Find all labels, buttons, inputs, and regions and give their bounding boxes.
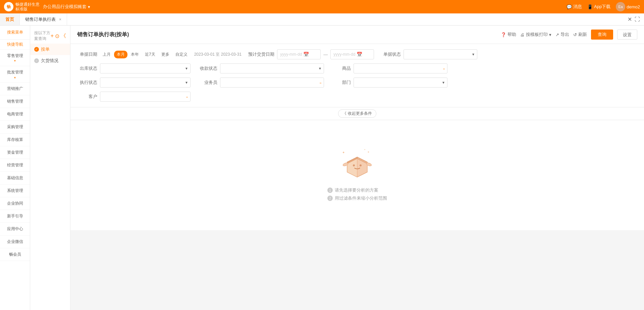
date-tab-thismonth[interactable]: 本月 (114, 51, 127, 58)
print-btn[interactable]: 🖨 按模板打印 ▾ (520, 32, 551, 38)
date-tab-lastmonth[interactable]: 上月 (100, 51, 113, 58)
product-ellipsis-icon[interactable]: ··· (443, 66, 444, 71)
department-chevron-icon: ▾ (442, 80, 444, 85)
delivery-date-end[interactable]: yyyy-mm-dd 📅 (330, 49, 374, 59)
tab-actions: ✕ ⛶ (624, 16, 644, 22)
date-tab-7days[interactable]: 近7天 (142, 51, 158, 58)
main-layout: 搜索菜单 快捷导航 零售管理 批发管理 营销推广 销售管理 电商管理 采购管理 … (0, 25, 644, 310)
print-icon: 🖨 (520, 32, 525, 37)
message-btn[interactable]: 💬 消息 (567, 4, 582, 10)
svg-point-7 (360, 164, 362, 166)
active-dot-icon: ✓ (34, 47, 39, 52)
top-bar-right: 💬 消息 📱 App下载 Ea demo2 (567, 2, 640, 11)
help-btn[interactable]: ❓ 帮助 (501, 32, 516, 38)
outbound-status-select[interactable]: ▾ (100, 63, 191, 73)
filter-delivery-date-item: 预计交货日期 yyyy-mm-dd 📅 — yyyy-mm-dd 📅 (248, 49, 374, 59)
filter-row-2: 出库状态 ▾ 收款状态 ▾ 商品 ··· (77, 63, 637, 73)
customer-label: 客户 (77, 94, 97, 100)
window-close-btn[interactable]: ✕ (628, 16, 632, 22)
logo-text: 畅捷通好生意 标准版 (15, 2, 40, 12)
tab-home[interactable]: 首页 (0, 13, 20, 25)
product-select[interactable]: ··· (354, 63, 447, 73)
customer-select[interactable]: ··· (100, 92, 191, 102)
calendar-start-icon[interactable]: 📅 (303, 52, 309, 57)
sidebar-search-area: 搜索菜单 (0, 25, 30, 40)
app-title: 办公用品行业模拟账套 ▾ (43, 4, 90, 10)
date-tabs: 上月 本月 本年 近7天 更多 自定义 (100, 51, 190, 58)
sidebar-item-marketing[interactable]: 营销推广 (0, 83, 30, 95)
filter-salesperson-item: 业务员 ··· (197, 78, 324, 88)
delivery-date-start[interactable]: yyyy-mm-dd 📅 (277, 49, 321, 59)
inactive-dot-icon: ○ (34, 58, 39, 63)
sub-sidebar-item-backorder[interactable]: ○ 欠货情况 (30, 55, 70, 66)
sidebar-item-inventory[interactable]: 库存核算 (0, 134, 30, 146)
logo-area: 畅 畅捷通好生意 标准版 (4, 2, 40, 12)
filter-outbound-item: 出库状态 ▾ (77, 63, 191, 73)
sidebar-item-sales[interactable]: 销售管理 (0, 95, 30, 108)
sub-sidebar-item-by-order[interactable]: ✓ 按单 (30, 44, 70, 55)
page-header-actions: ❓ 帮助 🖨 按模板打印 ▾ ↗ 导出 ↺ 刷新 查询 设置 (501, 30, 637, 40)
chevron-down-icon[interactable]: ▾ (88, 4, 90, 9)
step-1-num: 1 (327, 188, 333, 193)
sidebar-item-appcenter[interactable]: 应用中心 (0, 223, 30, 236)
sidebar-item-basics[interactable]: 基础信息 (0, 172, 30, 185)
svg-point-6 (353, 164, 355, 166)
collection-status-select[interactable]: ▾ (220, 63, 324, 73)
execution-status-select[interactable]: ▾ (100, 78, 191, 88)
sidebar-item-operations[interactable]: 经营管理 (0, 159, 30, 172)
sidebar-item-newuser[interactable]: 新手引导 (0, 210, 30, 223)
sidebar-item-finance[interactable]: 资金管理 (0, 146, 30, 159)
sidebar-item-wholesale[interactable]: 批发管理 (0, 66, 30, 83)
quick-nav-btn[interactable]: 快捷导航 (0, 40, 30, 50)
collection-chevron-icon: ▾ (319, 66, 321, 71)
doc-status-select[interactable]: ▾ (404, 49, 477, 59)
settings-scheme-btn[interactable]: ⊙ (55, 33, 59, 39)
outbound-chevron-icon: ▾ (185, 66, 187, 71)
window-maximize-btn[interactable]: ⛶ (635, 16, 640, 22)
salesperson-select[interactable]: ··· (220, 78, 324, 88)
filter-row-4: 客户 ··· (77, 92, 637, 102)
collapse-sub-sidebar-btn[interactable]: 《 (61, 33, 66, 40)
export-btn[interactable]: ↗ 导出 (555, 32, 569, 38)
page-title: 销售订单执行表(按单) (77, 31, 129, 38)
date-tab-thisyear[interactable]: 本年 (128, 51, 142, 58)
sidebar-item-purchase[interactable]: 采购管理 (0, 121, 30, 134)
settings-btn[interactable]: 设置 (617, 30, 637, 40)
refresh-btn[interactable]: ↺ 刷新 (573, 32, 587, 38)
filter-collection-item: 收款状态 ▾ (197, 63, 324, 73)
refresh-icon: ↺ (573, 32, 577, 37)
filter-customer-item: 客户 ··· (77, 92, 191, 102)
add-scheme-btn[interactable]: + (51, 33, 54, 39)
date-tab-custom[interactable]: 自定义 (173, 51, 190, 58)
department-select[interactable]: ▾ (354, 78, 447, 88)
sidebar-item-enterprise[interactable]: 企业协同 (0, 197, 30, 210)
doc-status-chevron-icon: ▾ (472, 52, 474, 57)
search-btn[interactable]: 查询 (591, 30, 613, 40)
date-label: 单据日期 (77, 51, 97, 57)
calendar-end-icon[interactable]: 📅 (357, 52, 362, 57)
svg-text:✦: ✦ (367, 151, 370, 154)
collapse-more-btn[interactable]: 《 收起更多条件 (338, 109, 376, 118)
filter-row-1: 单据日期 上月 本月 本年 近7天 更多 自定义 2023-03-01 至 20… (77, 49, 637, 59)
sidebar-item-ecommerce[interactable]: 电商管理 (0, 108, 30, 121)
sidebar-item-system[interactable]: 系统管理 (0, 185, 30, 197)
filter-execution-item: 执行状态 ▾ (77, 78, 191, 88)
filter-row-3: 执行状态 ▾ 业务员 ··· 部门 ▾ (77, 78, 637, 88)
date-tab-more[interactable]: 更多 (159, 51, 172, 58)
avatar: Ea (616, 2, 625, 11)
app-download-btn[interactable]: 📱 App下载 (587, 4, 610, 10)
collection-status-label: 收款状态 (197, 65, 217, 71)
customer-ellipsis-icon[interactable]: ··· (186, 94, 187, 99)
sub-sidebar-header: 按以下方案查询 + ⊙ 《 (30, 28, 70, 44)
collapse-row: 《 收起更多条件 (70, 107, 644, 120)
salesperson-ellipsis-icon[interactable]: ··· (319, 80, 321, 85)
step-2-num: 2 (327, 196, 333, 201)
user-avatar-area[interactable]: Ea demo2 (616, 2, 640, 11)
sidebar-item-member[interactable]: 畅会员 (0, 248, 30, 261)
tab-close-icon[interactable]: × (59, 17, 61, 22)
tab-sales-order[interactable]: 销售订单执行表 × (20, 13, 67, 25)
sidebar-item-wechat[interactable]: 企业微信 (0, 236, 30, 248)
sidebar-item-retail[interactable]: 零售管理 (0, 50, 30, 66)
empty-step-1: 1 请先选择要分析的方案 (327, 187, 387, 193)
search-menu-btn[interactable]: 搜索菜单 (3, 28, 27, 37)
